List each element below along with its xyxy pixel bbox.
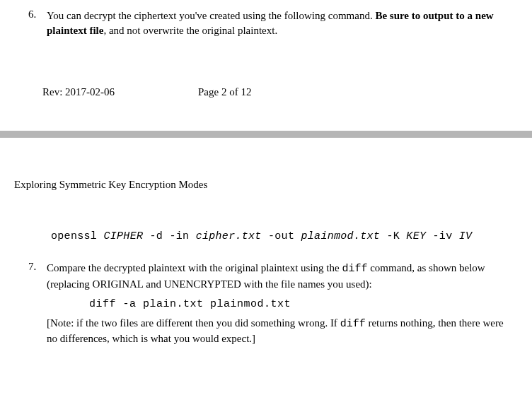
page-separator — [0, 131, 532, 138]
cmd-d-in: -d -in — [143, 230, 195, 242]
list-content-6: You can decrypt the ciphertext you've cr… — [47, 8, 504, 38]
openssl-command: openssl CIPHER -d -in cipher.txt -out pl… — [51, 230, 504, 242]
item7-note: [Note: if the two files are different th… — [47, 316, 504, 346]
page-bottom-section: Exploring Symmetric Key Encryption Modes… — [0, 138, 532, 360]
item7-text-1: Compare the decrypted plaintext with the… — [47, 262, 342, 273]
section-title: Exploring Symmetric Key Encryption Modes — [14, 179, 504, 191]
list-content-7: Compare the decrypted plaintext with the… — [47, 261, 504, 346]
cmd-out: -out — [262, 230, 301, 242]
cmd-iv: IV — [459, 230, 473, 242]
cmd-plainmod: plainmod.txt — [301, 230, 380, 242]
note-diff-inline: diff — [340, 318, 366, 330]
item6-text-1: You can decrypt the ciphertext you've cr… — [47, 10, 375, 21]
item7-diff-inline: diff — [342, 263, 367, 275]
cmd-key: KEY — [406, 230, 426, 242]
revision-date: Rev: 2017-02-06 — [42, 86, 198, 98]
list-item-6: 6. You can decrypt the ciphertext you've… — [28, 8, 504, 38]
cmd-K: -K — [380, 230, 406, 242]
cmd-openssl: openssl — [51, 230, 103, 242]
diff-command: diff -a plain.txt plainmod.txt — [89, 297, 504, 312]
cmd-iv-flag: -iv — [426, 230, 459, 242]
note-part1: [Note: if the two files are different th… — [47, 317, 340, 329]
list-item-7: 7. Compare the decrypted plaintext with … — [28, 261, 504, 346]
cmd-cipher: CIPHER — [103, 230, 143, 242]
item6-text-2: , and not overwrite the original plainte… — [103, 25, 277, 36]
list-number-6: 6. — [28, 8, 47, 20]
page-number: Page 2 of 12 — [198, 86, 251, 98]
list-number-7: 7. — [28, 261, 47, 273]
cmd-cipher-txt: cipher.txt — [196, 230, 262, 242]
page-top-section: 6. You can decrypt the ciphertext you've… — [0, 0, 532, 131]
page-footer: Rev: 2017-02-06 Page 2 of 12 — [28, 44, 504, 110]
